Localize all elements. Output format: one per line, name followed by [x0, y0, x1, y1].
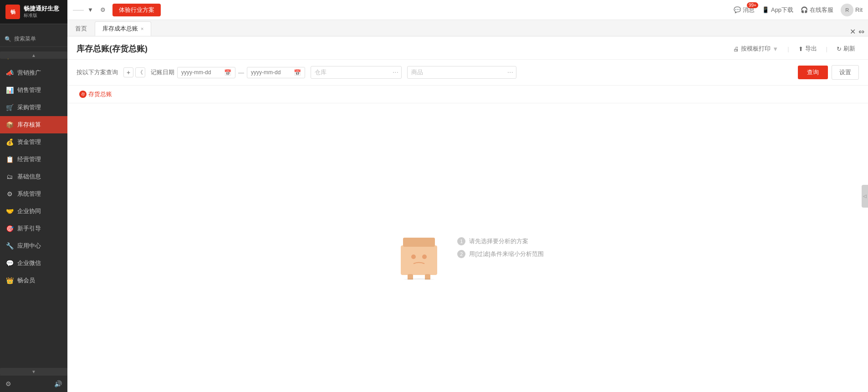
- expand-panel-btn[interactable]: ⇔: [858, 27, 864, 36]
- marketing-icon: 📣: [5, 69, 14, 77]
- message-icon: 💬: [734, 6, 741, 13]
- sidebar-item-wechat[interactable]: 💬 企业微信: [0, 255, 67, 272]
- messages-btn[interactable]: 💬 消息 99+: [734, 6, 755, 14]
- search-menu[interactable]: 🔍 搜索菜单: [0, 31, 67, 47]
- username-label: Rit: [855, 6, 863, 13]
- sidebar-item-appstore[interactable]: 🔧 应用中心: [0, 237, 67, 255]
- app-download-label: App下载: [771, 6, 793, 14]
- sidebar: 畅 畅捷通好生意 标准版 ▲ 🔍 搜索菜单 ⚡ 快捷导航 📣 营销推广 📊 销售…: [0, 0, 67, 392]
- sidebar-item-sales[interactable]: 📊 销售管理: [0, 81, 67, 99]
- refresh-label: 刷新: [843, 45, 855, 53]
- sidebar-item-label: 资金管理: [17, 138, 41, 146]
- page-title: 库存总账(存货总账): [77, 43, 148, 54]
- topbar-breadcrumb: ——: [73, 7, 84, 13]
- sidebar-item-label: 企业协同: [17, 207, 41, 215]
- date-from-input[interactable]: [181, 69, 222, 76]
- date-to-wrap: 📅: [247, 67, 305, 78]
- print-dropdown-icon: ▼: [772, 46, 778, 52]
- tab-close-btn[interactable]: ×: [141, 26, 143, 31]
- app-download-btn[interactable]: 📱 App下载: [762, 6, 793, 14]
- sidebar-item-finance[interactable]: 💰 资金管理: [0, 133, 67, 151]
- export-label: 导出: [805, 45, 817, 53]
- close-panel-btn[interactable]: ✕: [850, 27, 856, 36]
- empty-text: 1 请先选择要分析的方案 2 用[过滤]条件来缩小分析范围: [457, 237, 543, 258]
- logo-icon: 畅: [5, 5, 20, 19]
- settings-footer-btn[interactable]: ⚙: [5, 380, 11, 387]
- filter-settings-btn[interactable]: 设置: [832, 65, 859, 80]
- calendar-to-icon[interactable]: 📅: [294, 69, 301, 76]
- sidebar-item-label: 销售管理: [17, 86, 41, 94]
- calendar-from-icon[interactable]: 📅: [224, 69, 231, 76]
- service-icon: 🎧: [801, 6, 808, 13]
- sidebar-item-operation[interactable]: 📋 经营管理: [0, 151, 67, 168]
- action-divider-2: |: [826, 46, 827, 52]
- online-service-btn[interactable]: 🎧 在线客服: [801, 6, 833, 14]
- sidebar-item-cooperation[interactable]: 🤝 企业协同: [0, 203, 67, 220]
- date-label: 记账日期: [151, 68, 174, 76]
- sidebar-item-label: 经营管理: [17, 155, 41, 163]
- eye-right: [422, 255, 427, 259]
- date-filter: 记账日期 📅 — 📅: [151, 67, 305, 78]
- collapse-btn[interactable]: 《: [135, 67, 145, 77]
- product-filter[interactable]: 商品 ···: [407, 66, 516, 79]
- page-header: 库存总账(存货总账) 🖨 按模板打印 ▼ | ⬆ 导出 | ↻ 刷新: [67, 36, 868, 60]
- scroll-down-btn[interactable]: ▼: [0, 368, 67, 375]
- sidebar-item-marketing[interactable]: 📣 营销推广: [0, 64, 67, 81]
- sidebar-item-guide[interactable]: 🎯 新手引导: [0, 220, 67, 237]
- sidebar-footer: ⚙ 🔊: [0, 375, 67, 392]
- side-panel-toggle[interactable]: ◁: [862, 185, 868, 208]
- refresh-btn[interactable]: ↻ 刷新: [833, 43, 859, 55]
- hint-num-1: 1: [457, 237, 465, 245]
- query-btn[interactable]: 查询: [798, 66, 828, 79]
- app-logo: 畅 畅捷通好生意 标准版: [0, 0, 67, 24]
- sidebar-item-label: 新手引导: [17, 224, 41, 233]
- warehouse-filter[interactable]: 仓库 ···: [311, 66, 402, 79]
- refresh-icon: ↻: [837, 46, 842, 52]
- scheme-item[interactable]: 存 存货总账: [77, 89, 115, 99]
- shadow: [402, 278, 436, 280]
- scroll-up-btn[interactable]: ▲: [0, 51, 67, 59]
- tabs-bar: 首页 库存成本总账 × ✕ ⇔: [67, 20, 868, 36]
- sidebar-item-label: 应用中心: [17, 242, 41, 250]
- warehouse-more-icon[interactable]: ···: [393, 68, 398, 76]
- warehouse-placeholder: 仓库: [315, 68, 327, 76]
- member-icon: 👑: [5, 276, 14, 285]
- sidebar-item-label: 企业微信: [17, 259, 41, 267]
- topbar-settings-btn[interactable]: ⚙: [97, 4, 109, 16]
- hint-text-1: 请先选择要分析的方案: [469, 237, 528, 245]
- export-btn[interactable]: ⬆ 导出: [795, 43, 821, 55]
- print-icon: 🖨: [733, 46, 739, 52]
- sidebar-item-system[interactable]: ⚙ 系统管理: [0, 185, 67, 203]
- add-scheme-btn[interactable]: +: [123, 67, 133, 77]
- wechat-icon: 💬: [5, 259, 14, 267]
- tab-inventory-ledger[interactable]: 库存成本总账 ×: [95, 21, 151, 36]
- inventory-icon: 📦: [5, 121, 14, 129]
- dropdown-arrow-icon[interactable]: ▼: [87, 6, 93, 13]
- sidebar-item-basic[interactable]: 🗂 基础信息: [0, 168, 67, 185]
- tab-home[interactable]: 首页: [67, 21, 95, 36]
- appstore-icon: 🔧: [5, 242, 14, 250]
- app-name: 畅捷通好生意: [24, 5, 59, 13]
- search-menu-label: 搜索菜单: [14, 35, 36, 43]
- sidebar-item-member[interactable]: 👑 畅会员: [0, 272, 67, 289]
- product-placeholder: 商品: [411, 68, 423, 76]
- topbar-left: —— ▼ ⚙ 体验行业方案: [73, 4, 729, 16]
- print-btn[interactable]: 🖨 按模板打印 ▼: [730, 43, 782, 55]
- trial-btn[interactable]: 体验行业方案: [112, 4, 161, 16]
- product-more-icon[interactable]: ···: [507, 68, 513, 76]
- date-to-input[interactable]: [251, 69, 292, 76]
- sidebar-item-purchase[interactable]: 🛒 采购管理: [0, 99, 67, 116]
- app-download-icon: 📱: [762, 6, 769, 13]
- box-body: [401, 245, 437, 275]
- sidebar-item-inventory[interactable]: 📦 库存核算: [0, 116, 67, 133]
- user-profile-btn[interactable]: R Rit: [841, 4, 863, 16]
- avatar: R: [841, 4, 853, 16]
- sidebar-item-label: 畅会员: [17, 276, 35, 285]
- page-content: 库存总账(存货总账) 🖨 按模板打印 ▼ | ⬆ 导出 | ↻ 刷新: [67, 36, 868, 392]
- purchase-icon: 🛒: [5, 103, 14, 112]
- empty-hint-1: 1 请先选择要分析的方案: [457, 237, 543, 245]
- active-tab-label: 库存成本总账: [102, 25, 138, 33]
- empty-illustration: [392, 220, 446, 275]
- speaker-footer-btn[interactable]: 🔊: [54, 380, 62, 387]
- filter-bar: 按以下方案查询 + 《 记账日期 📅 — 📅 仓库: [67, 60, 868, 86]
